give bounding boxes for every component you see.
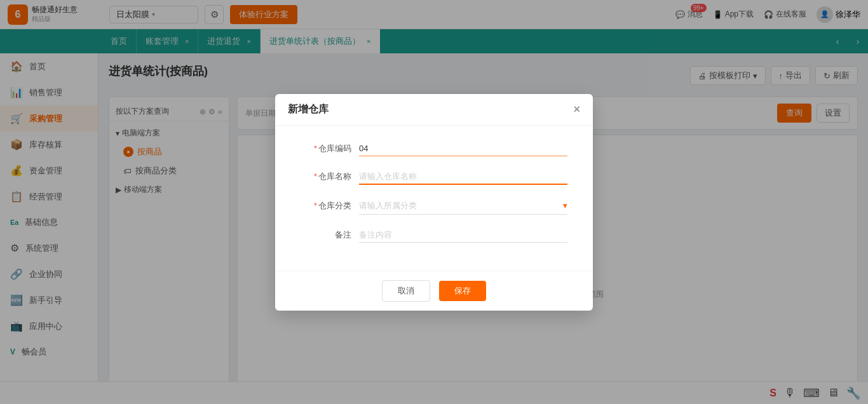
modal-header: 新增仓库 × xyxy=(275,94,593,126)
modal-overlay: 新增仓库 × 仓库编码 仓库名称 仓库分类 请输入所属分类 ▾ xyxy=(0,0,868,404)
warehouse-category-row: 仓库分类 请输入所属分类 ▾ xyxy=(301,198,567,215)
select-arrow-icon: ▾ xyxy=(563,201,567,210)
warehouse-category-select[interactable]: 请输入所属分类 ▾ xyxy=(359,198,567,215)
add-warehouse-modal: 新增仓库 × 仓库编码 仓库名称 仓库分类 请输入所属分类 ▾ xyxy=(275,94,593,311)
warehouse-note-label: 备注 xyxy=(301,229,351,241)
cancel-button[interactable]: 取消 xyxy=(382,280,430,302)
save-button[interactable]: 保存 xyxy=(439,281,486,301)
category-placeholder: 请输入所属分类 xyxy=(359,200,417,212)
warehouse-code-label: 仓库编码 xyxy=(301,143,351,154)
warehouse-name-input[interactable] xyxy=(359,169,567,185)
warehouse-code-input[interactable] xyxy=(359,141,567,156)
warehouse-note-input[interactable] xyxy=(359,227,567,243)
warehouse-code-row: 仓库编码 xyxy=(301,141,567,156)
modal-footer: 取消 保存 xyxy=(275,271,593,311)
modal-title: 新增仓库 xyxy=(288,103,329,116)
warehouse-category-label: 仓库分类 xyxy=(301,200,351,212)
warehouse-name-row: 仓库名称 xyxy=(301,169,567,185)
warehouse-name-label: 仓库名称 xyxy=(301,171,351,182)
modal-close-button[interactable]: × xyxy=(573,104,580,115)
warehouse-note-row: 备注 xyxy=(301,227,567,243)
modal-body: 仓库编码 仓库名称 仓库分类 请输入所属分类 ▾ 备注 xyxy=(275,126,593,271)
